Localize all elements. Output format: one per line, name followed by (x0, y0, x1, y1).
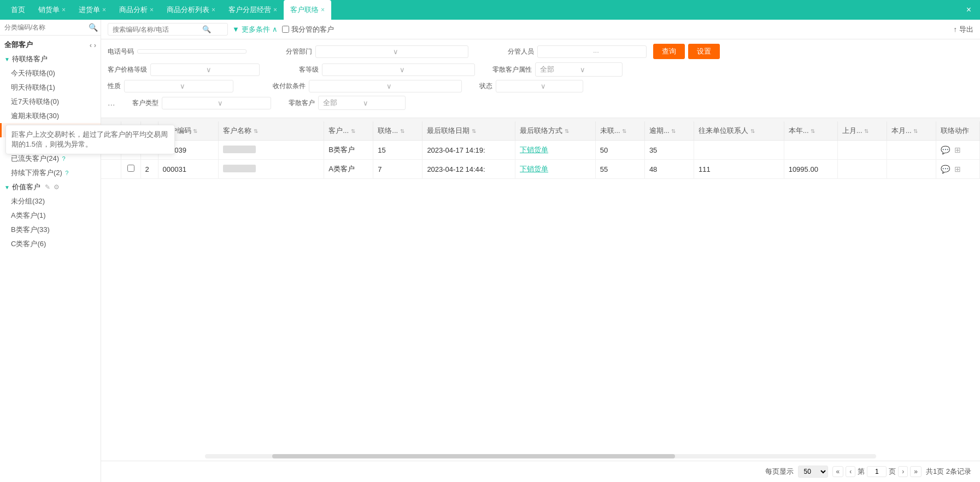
scroll-thumb[interactable] (272, 454, 675, 458)
col-name[interactable]: 客户名称 ⇅ (219, 121, 324, 141)
last-page-btn[interactable]: » (910, 466, 922, 477)
next-page-btn[interactable]: › (898, 466, 908, 477)
more-dots[interactable]: ... (108, 98, 115, 108)
filter-row-4: ... 客户类型 ∨ 零散客户 全部 ∨ (108, 96, 973, 110)
settings-button[interactable]: 设置 (688, 44, 720, 59)
export-button[interactable]: ↑ 导出 (954, 25, 974, 34)
year-sort-icon: ⇅ (811, 128, 815, 134)
table-row: 2 000031 A类客户 7 2023-04-12 14:44: 下销货单 5… (101, 160, 980, 179)
nav-sales-close[interactable]: × (62, 6, 66, 14)
export-icon: ↑ (954, 25, 958, 33)
nav-product-analysis-close[interactable]: × (150, 6, 154, 14)
row2-index: 2 (140, 160, 158, 179)
person-select[interactable]: ··· (537, 45, 647, 58)
row2-grid-icon[interactable]: ⊞ (954, 165, 961, 173)
nav-product-analysis[interactable]: 商品分析 × (113, 0, 160, 20)
query-button[interactable]: 查询 (653, 44, 685, 59)
sidebar-item-c-class[interactable]: C类客户(6) (0, 237, 101, 251)
top-navigation: 首页 销货单 × 进货单 × 商品分析 × 商品分析列表 × 客户分层经营 × … (0, 0, 980, 20)
col-this-year[interactable]: 本年... ⇅ (784, 121, 837, 141)
person-label: 分管人员 (508, 47, 534, 56)
customer-type-select[interactable]: ∨ (162, 97, 271, 109)
col-customer-type[interactable]: 客户... ⇅ (324, 121, 373, 141)
retail-attr-caret: ∨ (580, 66, 618, 74)
sidebar-pending-group[interactable]: ▼ 待联络客户 (0, 52, 101, 66)
my-customers-filter[interactable]: 我分管的客户 (282, 25, 334, 34)
dept-select[interactable]: ∨ (315, 45, 468, 58)
col-last-contact-method[interactable]: 最后联络方式 ⇅ (515, 121, 596, 141)
sidebar-item-declining[interactable]: 持续下滑客户(2) ? (0, 166, 101, 180)
sidebar-item-tomorrow[interactable]: 明天待联络(1) (0, 80, 101, 95)
filter-search-input[interactable] (113, 26, 200, 33)
sidebar-all-customers[interactable]: 全部客户 ‹ › (0, 36, 101, 52)
dept-label: 分管部门 (286, 47, 312, 56)
nav-purchase[interactable]: 进货单 × (72, 0, 113, 20)
nav-home[interactable]: 首页 (4, 0, 32, 20)
window-close[interactable]: × (962, 5, 976, 15)
scroll-track[interactable] (205, 454, 876, 458)
table-header-row: ⚙ # 客户编码 ⇅ 客户名称 ⇅ (101, 121, 980, 141)
row1-overdue: 35 (644, 141, 694, 160)
nav-customer-tier-close[interactable]: × (273, 6, 277, 14)
row2-this-month (887, 160, 936, 179)
sidebar-item-a-class[interactable]: A类客户(1) (0, 208, 101, 223)
page-input[interactable] (867, 466, 887, 477)
per-page-select[interactable]: 50 100 200 (798, 466, 828, 478)
nav-product-list[interactable]: 商品分析列表 × (160, 0, 222, 20)
col-last-contact-date[interactable]: 最后联络日期 ⇅ (422, 121, 515, 141)
row2-method-link[interactable]: 下销货单 (520, 165, 548, 173)
nav-purchase-close[interactable]: × (102, 6, 106, 14)
customer-level-select[interactable]: ∨ (322, 63, 475, 76)
sidebar-search-input[interactable] (4, 24, 86, 31)
first-page-btn[interactable]: « (832, 466, 844, 477)
col-contact[interactable]: 联络... ⇅ (373, 121, 422, 141)
retail-attr-filter: 零散客户属性 全部 ∨ (492, 62, 623, 77)
customer-type-filter: 客户类型 ∨ (132, 97, 271, 109)
status-select[interactable]: ∨ (496, 80, 583, 92)
horizontal-scroll-area (101, 452, 980, 461)
row1-grid-icon[interactable]: ⊞ (954, 146, 961, 154)
payment-select[interactable]: ∨ (309, 80, 462, 92)
sidebar-item-overdue[interactable]: 逾期未联络(30) (0, 109, 101, 123)
prev-page-btn[interactable]: ‹ (846, 466, 855, 477)
retail-attr-select[interactable]: 全部 ∨ (535, 62, 623, 77)
gender-select[interactable]: ∨ (124, 80, 233, 92)
col-overdue[interactable]: 逾期... ⇅ (644, 121, 694, 141)
nav-product-list-close[interactable]: × (212, 6, 215, 14)
value-edit-icon[interactable]: ✎ (45, 183, 50, 191)
my-customers-checkbox[interactable] (282, 26, 289, 33)
col-no-contact[interactable]: 未联... ⇅ (595, 121, 644, 141)
row1-message-icon[interactable]: 💬 (941, 146, 950, 154)
sidebar-item-7days[interactable]: 近7天待联络(0) (0, 95, 101, 109)
row2-method[interactable]: 下销货单 (515, 160, 596, 179)
nav-customer-contact[interactable]: 客户联络 × (284, 0, 331, 20)
row2-message-icon[interactable]: 💬 (941, 165, 950, 173)
col-unit-contact[interactable]: 往来单位联系人 ⇅ (694, 121, 784, 141)
col-last-month[interactable]: 上月... ⇅ (837, 121, 887, 141)
nav-sales[interactable]: 销货单 × (32, 0, 72, 20)
nav-customer-tier[interactable]: 客户分层经营 × (222, 0, 284, 20)
row2-select[interactable] (127, 165, 134, 172)
row1-method[interactable]: 下销货单 (515, 141, 596, 160)
nav-customer-contact-close[interactable]: × (321, 6, 325, 14)
sidebar-item-today[interactable]: 今天待联络(0) (0, 66, 101, 80)
sidebar-item-b-class[interactable]: B类客户(33) (0, 223, 101, 237)
sidebar-value-group[interactable]: ▼ 价值客户 ✎ ⚙ (0, 180, 101, 194)
price-level-select[interactable]: ∨ (150, 63, 260, 76)
phone-input[interactable] (137, 49, 247, 54)
this-month-sort-icon: ⇅ (913, 128, 918, 134)
row2-unit-contact: 111 (694, 160, 784, 179)
sidebar-item-ungroups[interactable]: 未分组(32) (0, 194, 101, 208)
nav-home-label: 首页 (11, 5, 25, 15)
col-this-month[interactable]: 本月... ⇅ (887, 121, 936, 141)
value-settings-icon[interactable]: ⚙ (54, 183, 60, 191)
price-level-filter: 客户价格等级 ∨ (108, 63, 260, 76)
dept-filter: 分管部门 ∨ (286, 45, 468, 58)
value-customer-label: 价值客户 (12, 182, 40, 192)
retail-customer-select[interactable]: 全部 ∨ (318, 96, 406, 110)
row1-method-link[interactable]: 下销货单 (520, 146, 548, 154)
customer-type-label: 客户类型 (132, 98, 159, 108)
export-label: 导出 (959, 25, 973, 34)
person-filter: 分管人员 ··· (508, 45, 647, 58)
filter-more-conditions[interactable]: ▼ 更多条件 ∧ (232, 25, 278, 34)
